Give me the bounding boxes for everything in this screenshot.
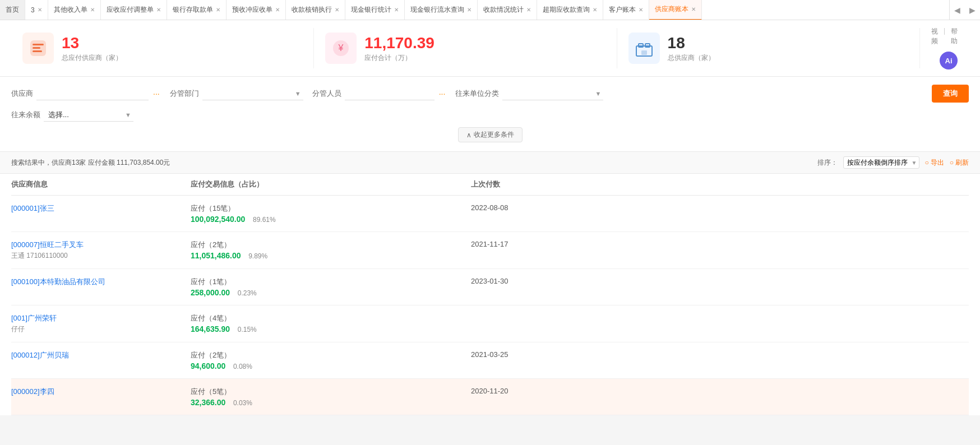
col-header-transaction: 应付交易信息（占比） (191, 179, 471, 189)
tab-cash-bank-stat-close[interactable]: ✕ (394, 7, 399, 13)
tab-customer-ledger-close[interactable]: ✕ (639, 7, 643, 13)
stat-block-total-suppliers: 18 总供应商（家） (617, 28, 920, 68)
transaction-cell: 应付（1笔） 258,000.00 0.23% (191, 277, 471, 297)
stat-block-payable-suppliers: 13 总应付供应商（家） (11, 28, 314, 68)
col-header-lastpay: 上次付数 (471, 179, 969, 189)
nav-prev-button[interactable]: ◀ (950, 0, 965, 20)
trans-amount-row: 11,051,486.00 9.89% (191, 251, 471, 260)
tab-receipt-stat-label: 收款情况统计 (483, 5, 524, 15)
dept-select-wrap: ▼ (202, 87, 303, 100)
trans-amount-link[interactable]: 11,051,486.00 (191, 251, 241, 260)
trans-label: 应付（1笔） (191, 277, 471, 287)
balance-select[interactable]: 选择... (44, 108, 133, 122)
collapse-button[interactable]: ∧ 收起更多条件 (458, 127, 523, 142)
supplier-cell: [000012]广州贝瑞 (11, 350, 191, 360)
tab-cash-bank-stat[interactable]: 现金银行统计 ✕ (345, 0, 405, 20)
tab-other-income[interactable]: 其他收入单 ✕ (48, 0, 101, 20)
last-pay-date: 2021-03-25 (471, 350, 509, 359)
table-row: [000007]恒旺二手叉车 王通 17106110000 应付（2笔） 11,… (11, 232, 969, 269)
lastpay-cell: 2021-03-25 (471, 350, 969, 359)
export-icon: ○ (925, 159, 929, 166)
tab-pre-receipt-label: 预收冲应收单 (232, 5, 272, 15)
trans-pct: 0.08% (233, 363, 252, 370)
last-pay-date: 2020-11-20 (471, 387, 509, 395)
tab-bank-deposit-label: 银行存取款单 (173, 5, 213, 15)
supplier-name-link[interactable]: [000002]李四 (11, 387, 54, 396)
tab-overdue-query-close[interactable]: ✕ (593, 7, 597, 13)
tab-other-income-close[interactable]: ✕ (90, 7, 95, 13)
tab-pre-receipt-close[interactable]: ✕ (275, 7, 280, 13)
last-pay-date: 2023-01-30 (471, 277, 509, 285)
tab-supplier-ledger-close[interactable]: ✕ (691, 6, 696, 12)
top-navigation: 首页 3 ✕ 其他收入单 ✕ 应收应付调整单 ✕ 银行存取款单 ✕ 预收冲应收单… (0, 0, 980, 20)
tab-receipt-stat[interactable]: 收款情况统计 ✕ (478, 0, 537, 20)
supplier-name-link[interactable]: [000001]张三 (11, 204, 54, 212)
tab-home[interactable]: 首页 (0, 0, 25, 20)
sort-select[interactable]: 按应付余额倒序排序 (843, 156, 919, 169)
result-summary: 搜索结果中，供应商13家 应付金额 111,703,854.00元 (11, 158, 170, 168)
trans-label: 应付（2笔） (191, 240, 471, 250)
supplier-cell: [000001]张三 (11, 203, 191, 214)
tab-cash-flow-close[interactable]: ✕ (467, 7, 471, 13)
svg-rect-2 (33, 47, 40, 49)
trans-amount-link[interactable]: 100,092,540.00 (191, 215, 245, 224)
stat-block-payable-total: ¥ 11,170.39 应付合计（万） (314, 28, 617, 68)
supplier-input[interactable] (36, 87, 149, 100)
supplier-dots[interactable]: ··· (152, 89, 161, 98)
trans-amount-link[interactable]: 32,366.00 (191, 398, 225, 407)
tab-pre-receipt[interactable]: 预收冲应收单 ✕ (226, 0, 286, 20)
trans-amount-row: 100,092,540.00 89.61% (191, 215, 471, 224)
tab-bank-deposit-close[interactable]: ✕ (216, 7, 220, 13)
tab-adjust[interactable]: 应收应付调整单 ✕ (101, 0, 167, 20)
category-select[interactable] (502, 87, 603, 100)
ai-button[interactable]: Ai (940, 52, 958, 69)
payable-suppliers-value: 13 (62, 34, 122, 52)
tab-customer-ledger[interactable]: 客户账本 ✕ (603, 0, 649, 20)
table-row: [000012]广州贝瑞 应付（2笔） 94,600.00 0.08% 2021… (11, 342, 969, 379)
trans-amount-row: 94,600.00 0.08% (191, 361, 471, 370)
transaction-info: 应付（1笔） 258,000.00 0.23% (191, 277, 471, 297)
table-header: 供应商信息 应付交易信息（占比） 上次付数 (11, 174, 969, 196)
tab-customer-ledger-label: 客户账本 (609, 5, 636, 15)
tab-adjust-close[interactable]: ✕ (156, 7, 161, 13)
category-filter: 往来单位分类 ▼ (455, 87, 603, 100)
tab-overdue-query[interactable]: 超期应收款查询 ✕ (537, 0, 603, 20)
nav-next-button[interactable]: ▶ (965, 0, 980, 20)
lastpay-cell: 2022-08-08 (471, 203, 969, 212)
payable-suppliers-icon (22, 33, 54, 64)
person-dots[interactable]: ··· (438, 89, 447, 98)
transaction-info: 应付（15笔） 100,092,540.00 89.61% (191, 203, 471, 224)
help-link[interactable]: 帮助 (951, 27, 958, 46)
person-input[interactable] (345, 87, 434, 100)
trans-amount-link[interactable]: 94,600.00 (191, 361, 225, 370)
trans-amount-link[interactable]: 258,000.00 (191, 288, 230, 297)
video-link[interactable]: 视频 (931, 27, 938, 46)
tab-receipt-stat-close[interactable]: ✕ (526, 7, 531, 13)
tab-receipt-verify[interactable]: 收款核销执行 ✕ (286, 0, 345, 20)
refresh-button[interactable]: ○ 刷新 (950, 158, 969, 168)
tab-3-close[interactable]: ✕ (38, 7, 42, 13)
search-button[interactable]: 查询 (932, 85, 969, 103)
payable-suppliers-info: 13 总应付供应商（家） (62, 34, 122, 63)
result-bar-right: 排序： 按应付余额倒序排序 ▼ ○ 导出 ○ 刷新 (817, 156, 969, 169)
balance-label: 往来余额 (11, 110, 40, 120)
refresh-icon: ○ (950, 159, 954, 166)
trans-amount-link[interactable]: 164,635.90 (191, 325, 230, 333)
supplier-name-link[interactable]: [000100]本特勤油品有限公司 (11, 277, 105, 286)
trans-pct: 89.61% (253, 216, 276, 224)
supplier-name-link[interactable]: [000007]恒旺二手叉车 (11, 240, 84, 249)
trans-pct: 0.03% (233, 399, 252, 407)
supplier-name-link[interactable]: [001]广州荣轩 (11, 314, 57, 322)
tab-supplier-ledger[interactable]: 供应商账本 ✕ (649, 0, 702, 20)
payable-total-value: 11,170.39 (364, 34, 434, 52)
tab-3[interactable]: 3 ✕ (25, 0, 48, 20)
export-button[interactable]: ○ 导出 (925, 158, 944, 168)
lastpay-cell: 2023-01-30 (471, 277, 969, 285)
tab-cash-flow[interactable]: 现金银行流水查询 ✕ (405, 0, 478, 20)
trans-label: 应付（5笔） (191, 387, 471, 397)
supplier-name-link[interactable]: [000012]广州贝瑞 (11, 351, 69, 359)
tab-bank-deposit[interactable]: 银行存取款单 ✕ (167, 0, 226, 20)
supplier-cell: [000007]恒旺二手叉车 王通 17106110000 (11, 240, 191, 261)
tab-receipt-verify-close[interactable]: ✕ (335, 7, 339, 13)
dept-select[interactable] (202, 87, 303, 100)
